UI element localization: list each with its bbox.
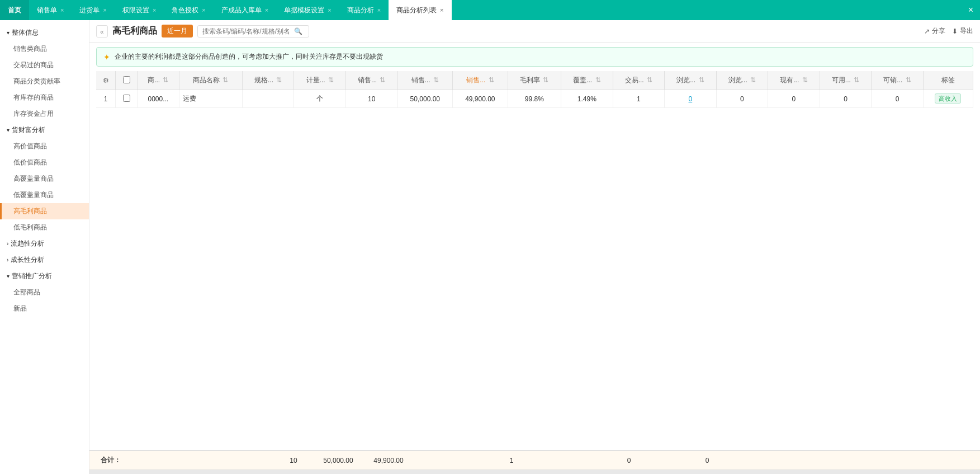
th-spec[interactable]: 规格... ⇅ [242,71,294,90]
cell-checkbox[interactable] [116,90,138,108]
sidebar-item-sales-goods[interactable]: 销售类商品 [0,41,89,57]
nav-product-analysis-list-close[interactable]: × [440,7,443,13]
time-filter-label: 近一月 [167,27,187,35]
sidebar-item-inventory-goods[interactable]: 有库存的商品 [0,90,89,106]
th-sales-profit[interactable]: 销售... ⇅ [453,71,508,90]
nav-role-permissions-close[interactable]: × [202,7,205,13]
sidebar-item-low-value[interactable]: 低价值商品 [0,154,89,171]
nav-home-label: 首页 [8,6,21,15]
window-close-button[interactable]: × [962,5,980,15]
th-transaction[interactable]: 交易... ⇅ [613,71,665,90]
nav-sales-order-close[interactable]: × [60,7,64,13]
sidebar-item-high-value[interactable]: 高价值商品 [0,138,89,154]
search-icon[interactable]: 🔍 [294,27,302,35]
cell-unit: 个 [294,90,346,108]
content-area: « 高毛利商品 近一月 🔍 ↗ 分享 ⬇ 导出 [89,20,980,474]
header-actions: ↗ 分享 ⬇ 导出 [924,26,973,36]
collapse-arrow-trend: › [7,241,8,247]
sidebar-item-new-goods[interactable]: 新品 [0,301,89,317]
collapse-icon: « [100,28,104,36]
th-saleable[interactable]: 可销... ⇅ [872,71,924,90]
cell-num: 1 [96,90,116,108]
cell-available: 0 [820,90,872,108]
cell-current-stock: 0 [768,90,820,108]
collapse-arrow-wealth: ▾ [7,127,10,133]
nav-order-template[interactable]: 单据模板设置 × [276,0,339,20]
sidebar-group-marketing[interactable]: ▾ 营销推广分析 [0,268,89,284]
row-checkbox[interactable] [123,95,130,102]
time-filter-button[interactable]: 近一月 [162,25,193,37]
nav-permission-settings[interactable]: 权限设置 × [115,0,164,20]
th-settings[interactable]: ⚙ [96,71,116,90]
footer-transaction: 1 [492,457,531,464]
th-checkbox[interactable] [116,71,138,90]
sort-sales-profit-icon: ⇅ [489,76,494,84]
th-browse1[interactable]: 浏览... ⇅ [665,71,717,90]
sidebar-group-growth[interactable]: › 成长性分析 [0,252,89,268]
tag-badge: 高收入 [935,93,961,104]
search-box[interactable]: 🔍 [197,25,309,37]
cell-browse1[interactable]: 0 [665,90,717,108]
th-tag[interactable]: 标签 [923,71,973,90]
sort-sales-amount-icon: ⇅ [433,76,439,84]
horizontal-scrollbar[interactable] [89,470,980,474]
info-icon: ✦ [103,53,110,62]
th-sales-amount[interactable]: 销售... ⇅ [397,71,453,90]
th-unit[interactable]: 计量... ⇅ [294,71,346,90]
search-input[interactable] [202,27,292,35]
sidebar-item-all-goods[interactable]: 全部商品 [0,284,89,301]
share-icon: ↗ [924,27,930,35]
nav-purchase-order[interactable]: 进货单 × [72,0,114,20]
sidebar-group-wealth[interactable]: ▾ 货财富分析 [0,122,89,138]
th-margin-rate[interactable]: 毛利率 ⇅ [508,71,561,90]
select-all-checkbox[interactable] [123,76,130,83]
sidebar-collapse-button[interactable]: « [96,25,108,37]
nav-purchase-order-close[interactable]: × [103,7,106,13]
th-code[interactable]: 商... ⇅ [137,71,179,90]
sidebar-item-traded-goods[interactable]: 交易过的商品 [0,57,89,73]
sidebar-group-trend[interactable]: › 流趋性分析 [0,236,89,252]
page-title: 高毛利商品 [112,25,157,37]
share-button[interactable]: ↗ 分享 [924,26,945,36]
nav-product-purchase-label: 产成品入库单 [221,6,262,15]
nav-product-purchase-close[interactable]: × [265,7,268,13]
cell-sales-amount: 50,000.00 [397,90,453,108]
table-wrapper[interactable]: ⚙ 商... ⇅ 商品名称 ⇅ 规格... ⇅ 计量... ⇅ 销售... ⇅ … [89,71,980,450]
top-navigation: 首页 销售单 × 进货单 × 权限设置 × 角色授权 × 产成品入库单 × 单据… [0,0,980,20]
sidebar-item-inventory-occupation[interactable]: 库存资金占用 [0,106,89,122]
nav-sales-order[interactable]: 销售单 × [29,0,72,20]
nav-product-analysis-close[interactable]: × [377,7,381,13]
sort-current-stock-icon: ⇅ [802,76,808,84]
sidebar-group-marketing-label: 营销推广分析 [12,271,52,281]
sort-unit-icon: ⇅ [328,76,334,84]
cell-transaction: 1 [613,90,665,108]
share-label: 分享 [932,26,945,36]
sidebar-item-high-margin[interactable]: 高毛利商品 [0,203,89,219]
sort-coverage-icon: ⇅ [595,76,601,84]
sidebar-item-low-freq[interactable]: 低覆盖量商品 [0,187,89,203]
nav-permission-settings-close[interactable]: × [153,7,156,13]
th-browse2[interactable]: 浏览... ⇅ [716,71,768,90]
th-name[interactable]: 商品名称 ⇅ [179,71,242,90]
sidebar-item-goods-analysis[interactable]: 商品分类贡献率 [0,73,89,90]
export-button[interactable]: ⬇ 导出 [952,26,973,36]
nav-home[interactable]: 首页 [0,0,29,20]
th-coverage[interactable]: 覆盖... ⇅ [561,71,613,90]
th-current-stock[interactable]: 现有... ⇅ [768,71,820,90]
nav-product-analysis[interactable]: 商品分析 × [339,0,389,20]
th-sales-qty[interactable]: 销售... ⇅ [346,71,398,90]
nav-product-purchase[interactable]: 产成品入库单 × [214,0,276,20]
footer-sales-amount: 50,000.00 [313,457,363,464]
nav-product-analysis-list[interactable]: 商品分析列表 × [389,0,451,20]
nav-role-permissions[interactable]: 角色授权 × [164,0,213,20]
th-available[interactable]: 可用... ⇅ [820,71,872,90]
table-row: 1 0000... 运费 个 10 50,000.00 49,900.00 99… [96,90,973,108]
footer-current-stock: 0 [609,457,648,464]
sidebar-group-overall-info[interactable]: ▾ 整体信息 [0,25,89,41]
nav-order-template-close[interactable]: × [328,7,331,13]
sidebar-item-high-freq[interactable]: 高覆盖量商品 [0,171,89,187]
sort-browse1-icon: ⇅ [699,76,704,84]
info-banner: ✦ 企业的主要的利润都是这部分商品创造的，可考虑加大推广，同时关注库存是不要出现… [96,47,973,67]
cell-coverage: 1.49% [561,90,613,108]
sidebar-item-low-margin[interactable]: 低毛利商品 [0,219,89,236]
